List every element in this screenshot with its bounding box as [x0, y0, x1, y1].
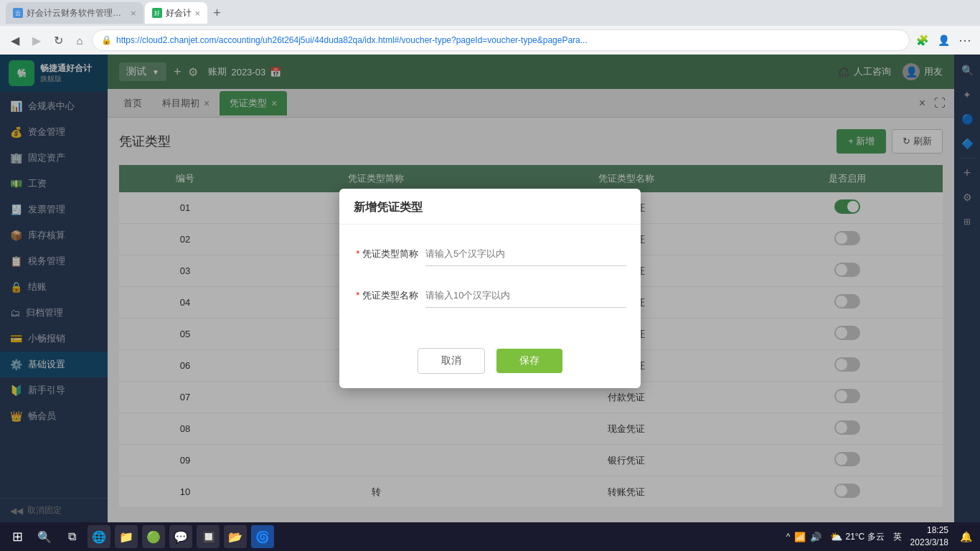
home-button[interactable]: ⌂	[70, 31, 89, 50]
modal-body: * 凭证类型简称 * 凭证类型名称	[339, 225, 641, 342]
browser-window: 云 好会计云财务软件管理系统_会计 × 好 好会计 × + ◀ ▶ ↻ ⌂ 🔒 …	[0, 0, 980, 551]
name-input[interactable]	[425, 283, 626, 308]
weather-text: 21°C 多云	[845, 531, 884, 543]
more-button[interactable]: ⋯	[956, 31, 974, 50]
modal-dialog: 新增凭证类型 * 凭证类型简称 * 凭证类型名称	[339, 189, 641, 388]
taskbar-app-1[interactable]: 🌐	[88, 525, 110, 548]
weather-icon: ⛅	[830, 531, 842, 542]
tab-close-2[interactable]: ×	[195, 8, 201, 19]
taskbar-app-4[interactable]: 💬	[169, 525, 192, 548]
tab-bar: 云 好会计云财务软件管理系统_会计 × 好 好会计 × +	[0, 0, 980, 26]
name-label: * 凭证类型名称	[354, 289, 418, 302]
modal-footer: 取消 保存	[339, 342, 641, 388]
chevron-up-icon[interactable]: ^	[786, 532, 791, 542]
taskbar-app-3[interactable]: 🟢	[142, 525, 165, 548]
abbr-required: *	[356, 248, 359, 259]
tab-favicon-1: 云	[13, 8, 23, 18]
abbr-label: * 凭证类型简称	[354, 248, 418, 260]
taskbar: ⊞ 🔍 ⧉ 🌐 📁 🟢 💬 🔲 📂 🌀 ^ 📶 🔊 ⛅ 21°C 多云 英 18…	[0, 522, 980, 551]
taskview-button[interactable]: ⧉	[60, 525, 83, 548]
weather-section: ⛅ 21°C 多云	[830, 531, 884, 543]
taskbar-system-icons: ^ 📶 🔊	[786, 532, 822, 542]
modal-header: 新增凭证类型	[339, 189, 641, 225]
modal-overlay: 新增凭证类型 * 凭证类型简称 * 凭证类型名称	[0, 55, 980, 522]
tab-favicon-2: 好	[152, 8, 162, 18]
search-taskbar-button[interactable]: 🔍	[33, 525, 56, 548]
tab-close-1[interactable]: ×	[131, 8, 136, 19]
address-bar: ◀ ▶ ↻ ⌂ 🔒 https://cloud2.chanjet.com/acc…	[0, 26, 980, 55]
language-indicator: 英	[893, 531, 902, 543]
back-button[interactable]: ◀	[6, 31, 24, 50]
browser-tab-active[interactable]: 好 好会计 ×	[145, 2, 208, 24]
name-required: *	[356, 290, 359, 301]
cancel-button[interactable]: 取消	[418, 348, 485, 374]
abbr-form-row: * 凭证类型简称	[354, 242, 626, 266]
date-value: 2023/3/18	[910, 537, 948, 549]
lock-icon: 🔒	[101, 35, 112, 45]
name-form-row: * 凭证类型名称	[354, 283, 626, 308]
abbr-input[interactable]	[425, 242, 626, 266]
time-display[interactable]: 18:25 2023/3/18	[910, 524, 948, 549]
taskbar-right: ^ 📶 🔊 ⛅ 21°C 多云 英 18:25 2023/3/18 🔔	[786, 524, 974, 549]
reload-button[interactable]: ↻	[49, 31, 67, 50]
taskbar-app-2[interactable]: 📁	[115, 525, 138, 548]
forward-button[interactable]: ▶	[27, 31, 46, 50]
time-value: 18:25	[910, 524, 948, 537]
extensions-button[interactable]: 🧩	[913, 31, 931, 50]
volume-icon[interactable]: 🔊	[810, 532, 821, 542]
taskbar-app-6[interactable]: 📂	[224, 525, 247, 548]
tab-label-1: 好会计云财务软件管理系统_会计	[27, 7, 127, 19]
notification-button[interactable]: 🔔	[957, 528, 974, 545]
start-button[interactable]: ⊞	[6, 525, 29, 548]
url-bar[interactable]: 🔒 https://cloud2.chanjet.com/accounting/…	[92, 29, 910, 51]
modal-title: 新增凭证类型	[354, 201, 423, 213]
url-text: https://cloud2.chanjet.com/accounting/uh…	[116, 35, 900, 45]
taskbar-app-7[interactable]: 🌀	[251, 525, 274, 548]
browser-tab-inactive[interactable]: 云 好会计云财务软件管理系统_会计 ×	[6, 2, 143, 24]
taskbar-app-5[interactable]: 🔲	[197, 525, 220, 548]
tab-label-2: 好会计	[166, 7, 192, 19]
profile-button[interactable]: 👤	[934, 31, 953, 50]
new-tab-button[interactable]: +	[209, 2, 225, 24]
wifi-icon[interactable]: 📶	[794, 532, 806, 542]
save-button[interactable]: 保存	[496, 349, 562, 373]
